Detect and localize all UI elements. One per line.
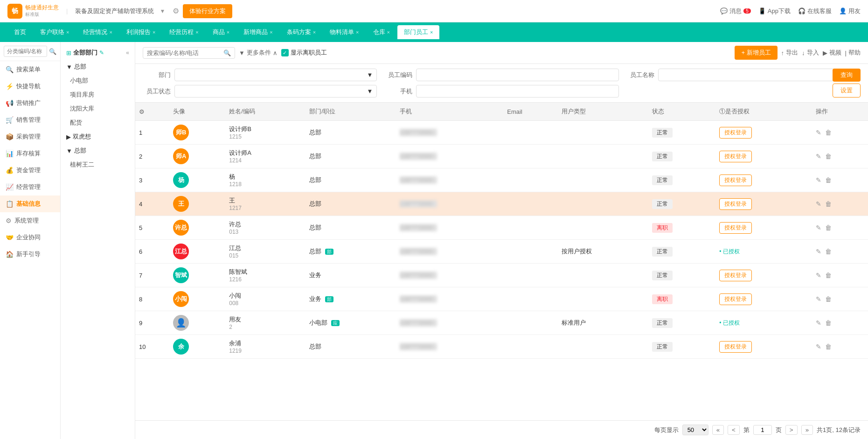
export-btn[interactable]: ↑ 导出 xyxy=(781,49,799,57)
view-btn[interactable]: ▶ 视频 xyxy=(823,49,841,57)
dept-item-植树王二[interactable]: 植树王二 xyxy=(61,158,135,172)
sidebar-item-系统管理[interactable]: ⚙系统管理 xyxy=(0,212,60,229)
reset-button[interactable]: 设置 xyxy=(833,84,861,98)
all-dept-header[interactable]: ⊞ 全部部门 ✎ « xyxy=(61,46,135,60)
close-tab-icon[interactable]: × xyxy=(356,29,359,35)
gear-icon[interactable]: ⚙ xyxy=(173,7,179,15)
delete-button[interactable]: 🗑 xyxy=(825,153,832,160)
dept-item-配货[interactable]: 配货 xyxy=(61,116,135,130)
next-page-btn[interactable]: > xyxy=(785,425,798,435)
dept-group-总部[interactable]: ▼总部 xyxy=(61,144,135,158)
dropdown-icon[interactable]: ▼ xyxy=(160,8,165,14)
delete-button[interactable]: 🗑 xyxy=(825,272,832,279)
edit-button[interactable]: ✎ xyxy=(816,295,821,303)
nav-tab-仓库[interactable]: 仓库× xyxy=(367,25,396,39)
close-tab-icon[interactable]: × xyxy=(313,29,316,35)
nav-tab-客户联络[interactable]: 客户联络× xyxy=(34,25,76,39)
show-resigned-wrap[interactable]: ✓ 显示离职员工 xyxy=(281,49,327,57)
app-download-btn[interactable]: 📱 App下载 xyxy=(758,7,791,15)
delete-button[interactable]: 🗑 xyxy=(825,295,832,303)
more-conditions-btn[interactable]: ▼ 更多条件 ∧ xyxy=(239,49,278,57)
dept-item-小电部[interactable]: 小电部 xyxy=(61,74,135,88)
nav-tab-部门员工[interactable]: 部门员工× xyxy=(397,25,439,39)
page-size-select[interactable]: 50 100 xyxy=(682,425,708,435)
nav-tab-首页[interactable]: 首页 xyxy=(7,25,33,39)
nav-tab-条码方案[interactable]: 条码方案× xyxy=(280,25,322,39)
help-btn[interactable]: | 帮助 xyxy=(845,49,861,57)
close-tab-icon[interactable]: × xyxy=(195,29,198,35)
edit-button[interactable]: ✎ xyxy=(816,153,821,160)
sidebar-item-营销推广[interactable]: 📢营销推广 xyxy=(0,95,60,111)
online-service-btn[interactable]: 🎧 在线客服 xyxy=(798,7,832,15)
search-btn-icon[interactable]: 🔍 xyxy=(223,49,231,56)
edit-button[interactable]: ✎ xyxy=(816,319,821,327)
delete-button[interactable]: 🗑 xyxy=(825,343,832,350)
auth-login-button[interactable]: 授权登录 xyxy=(719,293,752,305)
collapse-dept-icon[interactable]: « xyxy=(126,49,129,56)
edit-dept-icon[interactable]: ✎ xyxy=(99,49,104,56)
auth-login-button[interactable]: 授权登录 xyxy=(719,222,752,234)
trial-button[interactable]: 体验行业方案 xyxy=(183,4,232,18)
sidebar-item-库存核算[interactable]: 📊库存核算 xyxy=(0,145,60,162)
emp-code-input[interactable] xyxy=(416,69,618,81)
close-tab-icon[interactable]: × xyxy=(109,29,112,35)
show-resigned-checkbox[interactable]: ✓ xyxy=(281,49,289,56)
close-tab-icon[interactable]: × xyxy=(430,29,433,35)
sidebar-item-新手引导[interactable]: 🏠新手引导 xyxy=(0,246,60,263)
edit-button[interactable]: ✎ xyxy=(816,129,821,136)
nav-tab-经营情况[interactable]: 经营情况× xyxy=(76,25,118,39)
sidebar-item-采购管理[interactable]: 📦采购管理 xyxy=(0,128,60,145)
sidebar-item-搜索菜单[interactable]: 🔍搜索菜单 xyxy=(0,61,60,78)
edit-button[interactable]: ✎ xyxy=(816,343,821,350)
close-tab-icon[interactable]: × xyxy=(270,29,272,35)
edit-button[interactable]: ✎ xyxy=(816,224,821,231)
sidebar-item-销售管理[interactable]: 🛒销售管理 xyxy=(0,111,60,128)
delete-button[interactable]: 🗑 xyxy=(825,224,832,231)
sidebar-item-资金管理[interactable]: 💰资金管理 xyxy=(0,162,60,179)
close-tab-icon[interactable]: × xyxy=(227,29,229,35)
dept-group-双虎想[interactable]: ▶双虎想 xyxy=(61,130,135,144)
dept-item-项目库房[interactable]: 项目库房 xyxy=(61,88,135,102)
dept-group-总部[interactable]: ▼总部 xyxy=(61,60,135,74)
user-btn[interactable]: 👤 用友 xyxy=(839,7,861,15)
phone-input[interactable] xyxy=(416,85,618,98)
nav-tab-利润报告[interactable]: 利润报告× xyxy=(120,25,162,39)
nav-tab-经营历程[interactable]: 经营历程× xyxy=(163,25,205,39)
query-button[interactable]: 查询 xyxy=(833,69,861,82)
dept-item-沈阳大库[interactable]: 沈阳大库 xyxy=(61,102,135,116)
nav-tab-新增商品[interactable]: 新增商品× xyxy=(237,25,279,39)
delete-button[interactable]: 🗑 xyxy=(825,248,832,255)
delete-button[interactable]: 🗑 xyxy=(825,129,832,136)
sidebar-item-企业协同[interactable]: 🤝企业协同 xyxy=(0,229,60,246)
dept-select[interactable]: ▼ xyxy=(174,69,377,81)
sidebar-item-快捷导航[interactable]: ⚡快捷导航 xyxy=(0,78,60,95)
search-input[interactable] xyxy=(147,49,222,56)
prev-page-btn[interactable]: < xyxy=(728,425,740,435)
sidebar-search-input[interactable] xyxy=(4,46,47,57)
close-tab-icon[interactable]: × xyxy=(387,29,390,35)
delete-button[interactable]: 🗑 xyxy=(825,319,832,327)
auth-login-button[interactable]: 授权登录 xyxy=(719,341,752,353)
sidebar-item-经营管理[interactable]: 📈经营管理 xyxy=(0,179,60,195)
edit-button[interactable]: ✎ xyxy=(816,248,821,255)
sidebar-search-icon[interactable]: 🔍 xyxy=(49,48,56,55)
auth-login-button[interactable]: 授权登录 xyxy=(719,174,752,186)
nav-tab-物料清单[interactable]: 物料清单× xyxy=(323,25,365,39)
auth-login-button[interactable]: 授权登录 xyxy=(719,198,752,210)
close-tab-icon[interactable]: × xyxy=(66,29,69,35)
sidebar-item-基础信息[interactable]: 📋基础信息 xyxy=(0,195,60,212)
close-tab-icon[interactable]: × xyxy=(153,29,155,35)
edit-button[interactable]: ✎ xyxy=(816,176,821,184)
emp-status-select[interactable]: ▼ xyxy=(174,85,377,98)
emp-name-input[interactable] xyxy=(658,69,861,81)
edit-button[interactable]: ✎ xyxy=(816,200,821,208)
delete-button[interactable]: 🗑 xyxy=(825,200,832,208)
last-page-btn[interactable]: » xyxy=(801,425,813,435)
delete-button[interactable]: 🗑 xyxy=(825,176,832,184)
auth-login-button[interactable]: 授权登录 xyxy=(719,270,752,281)
nav-tab-商品[interactable]: 商品× xyxy=(206,25,236,39)
message-btn[interactable]: 💬 消息 5 xyxy=(720,7,751,15)
first-page-btn[interactable]: « xyxy=(712,425,724,435)
import-btn[interactable]: ↓ 导入 xyxy=(802,49,819,57)
auth-login-button[interactable]: 授权登录 xyxy=(719,151,752,162)
